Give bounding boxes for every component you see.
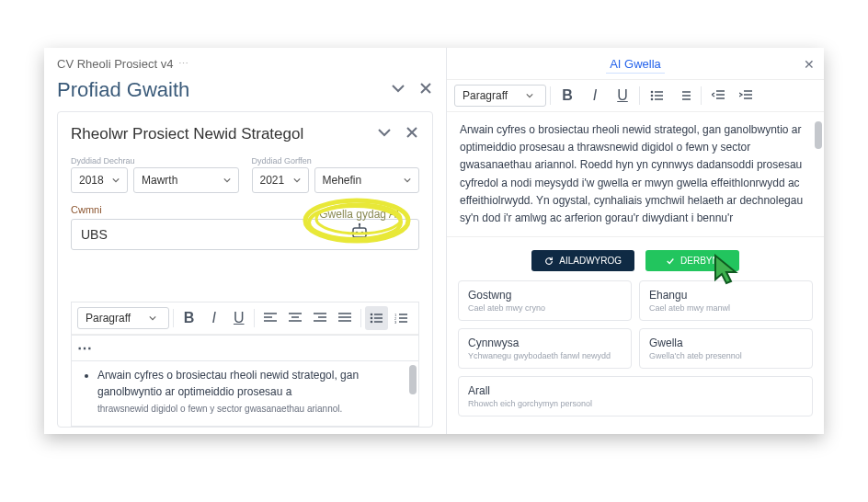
end-date-label: Dyddiad Gorffen: [252, 156, 420, 165]
start-year-select[interactable]: 2018: [71, 167, 128, 193]
document-title-bar: CV Rheoli Prosiect v4 ⋯: [44, 48, 446, 78]
svg-point-2: [360, 232, 363, 234]
option-expand[interactable]: Ehangu Cael ateb mwy manwl: [639, 280, 813, 321]
format-select[interactable]: Paragraff: [77, 307, 169, 329]
improve-ai-label: Gwella gydag AI: [319, 208, 399, 221]
end-year-select[interactable]: 2021: [252, 167, 309, 193]
option-improve[interactable]: Gwella Gwella'ch ateb presennol: [639, 328, 813, 369]
improve-with-ai[interactable]: Gwella gydag AI: [319, 208, 399, 245]
align-center-button[interactable]: [283, 306, 306, 330]
ai-toolbar: Paragraff B I U: [447, 79, 824, 112]
retry-button[interactable]: AILADWYROG: [531, 250, 634, 271]
refresh-icon: [544, 257, 554, 266]
toolbar-more[interactable]: ⋯: [71, 336, 419, 361]
option-shorten[interactable]: Gostwng Cael ateb mwy cryno: [458, 280, 632, 321]
ai-panel-title: AI Gwella: [606, 57, 665, 74]
ai-underline-button[interactable]: U: [610, 84, 635, 108]
left-pane: CV Rheoli Prosiect v4 ⋯ Profiad Gwaith R…: [44, 48, 447, 434]
svg-point-17: [651, 95, 654, 97]
svg-point-16: [651, 91, 654, 94]
section-collapse-icon[interactable]: [391, 81, 405, 99]
svg-point-10: [371, 314, 373, 316]
job-close-icon[interactable]: [405, 125, 419, 143]
italic-button[interactable]: I: [202, 306, 225, 330]
check-icon: [666, 257, 675, 266]
accept-button[interactable]: DERBYN: [645, 250, 739, 271]
ai-outdent-button[interactable]: [705, 84, 731, 108]
svg-point-18: [651, 98, 654, 101]
document-title: CV Rheoli Prosiect v4: [57, 57, 173, 71]
svg-point-1: [355, 232, 358, 234]
ai-bullet-list-button[interactable]: [644, 84, 669, 108]
app-window: CV Rheoli Prosiect v4 ⋯ Profiad Gwaith R…: [44, 48, 824, 434]
svg-point-4: [358, 223, 360, 225]
svg-text:3: 3: [394, 320, 397, 324]
numbered-list-button[interactable]: 123: [390, 306, 413, 330]
editor-scrollbar[interactable]: [409, 365, 417, 394]
option-continue[interactable]: Cynnwysa Ychwanegu gwybodaeth fanwl newy…: [458, 328, 632, 369]
align-justify-button[interactable]: [334, 306, 357, 330]
underline-button[interactable]: U: [227, 306, 250, 330]
job-card: Rheolwr Prosiect Newid Strategol Dyddiad…: [57, 111, 433, 428]
robot-icon: [319, 222, 399, 245]
start-date-label: Dyddiad Dechrau: [71, 156, 239, 165]
ai-panel: AI Gwella ✕ Paragraff B I U Arwain cyfre…: [447, 48, 824, 434]
ai-italic-button[interactable]: I: [582, 84, 608, 108]
ai-numbered-list-button[interactable]: [671, 84, 697, 108]
ai-text-scrollbar[interactable]: [815, 121, 822, 149]
svg-rect-0: [353, 228, 366, 237]
section-header: Profiad Gwaith: [44, 78, 446, 111]
align-left-button[interactable]: [258, 306, 281, 330]
end-month-select[interactable]: Mehefin: [314, 167, 420, 193]
align-right-button[interactable]: [308, 306, 331, 330]
editor-content[interactable]: Arwain cyfres o brosiectau rheoli newid …: [71, 361, 419, 427]
editor-toolbar: Paragraff B I U 123: [71, 302, 419, 336]
job-collapse-icon[interactable]: [377, 125, 392, 143]
bold-button[interactable]: B: [177, 306, 200, 330]
ai-suggestion-text[interactable]: Arwain cyfres o brosiectau rheoli newid …: [447, 112, 824, 237]
ai-indent-button[interactable]: [733, 84, 759, 108]
doc-menu-dots[interactable]: ⋯: [178, 58, 190, 70]
bullet-item: Arwain cyfres o brosiectau rheoli newid …: [97, 367, 409, 416]
svg-point-11: [371, 317, 373, 320]
svg-point-12: [371, 321, 373, 324]
start-month-select[interactable]: Mawrth: [133, 167, 239, 193]
ai-format-select[interactable]: Paragraff: [454, 85, 546, 107]
section-title: Profiad Gwaith: [57, 78, 189, 102]
ai-close-button[interactable]: ✕: [804, 57, 815, 72]
bullet-list-button[interactable]: [365, 306, 388, 330]
ai-bold-button[interactable]: B: [554, 84, 580, 108]
option-other[interactable]: Arall Rhowch eich gorchymyn personol: [458, 376, 813, 416]
section-close-icon[interactable]: [418, 81, 433, 99]
job-title: Rheolwr Prosiect Newid Strategol: [71, 125, 303, 143]
